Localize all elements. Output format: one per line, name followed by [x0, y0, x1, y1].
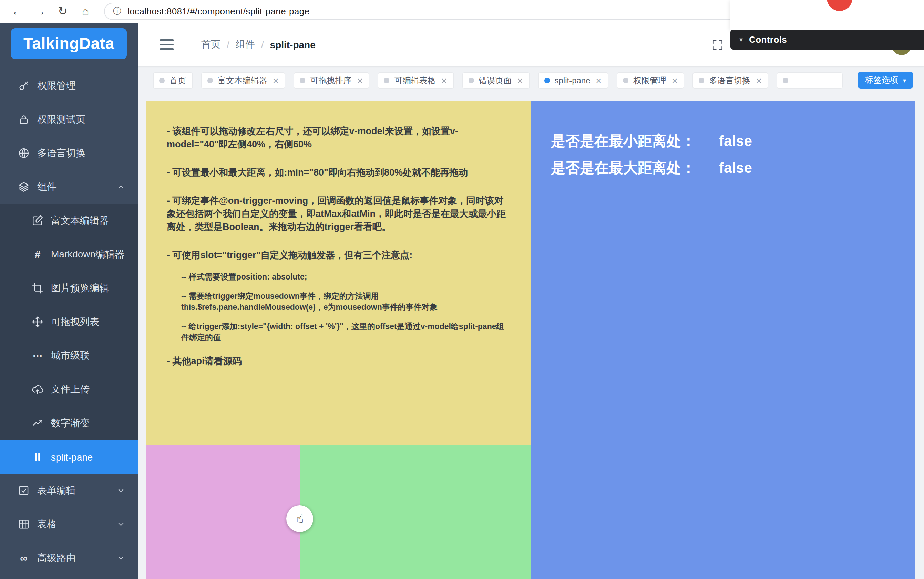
menu-toggle-icon[interactable]	[160, 39, 174, 50]
tag-dot-icon	[300, 78, 305, 83]
sidebar-item-label: split-pane	[51, 451, 93, 462]
forward-icon[interactable]: →	[31, 5, 49, 18]
infinity-icon: ∞	[18, 552, 30, 564]
close-icon[interactable]: ×	[756, 76, 762, 85]
close-icon[interactable]: ×	[441, 76, 447, 85]
status-line-max: 是否是在最大距离处： false	[551, 154, 901, 181]
split-pane-demo: - 该组件可以拖动修改左右尺寸，还可以绑定v-model来设置，如设置v-mod…	[146, 101, 915, 579]
tags-row: 首页 富文本编辑器 × 可拖拽排序 × 可编辑表格	[153, 72, 864, 89]
tag-label: 可拖拽排序	[310, 75, 351, 87]
breadcrumb: 首页 / 组件 / split-pane	[201, 39, 315, 51]
close-icon[interactable]: ×	[357, 76, 363, 85]
tag-partial[interactable]	[777, 72, 843, 89]
status-value: false	[719, 154, 752, 181]
globe-icon	[18, 147, 30, 159]
tag-label: 多语言切换	[709, 75, 750, 87]
sidebar-item-image-preview-edit[interactable]: 图片预览编辑	[0, 271, 138, 305]
tag-rich-text-editor[interactable]: 富文本编辑器 ×	[201, 72, 285, 89]
sidebar-item-label: Markdown编辑器	[51, 248, 125, 260]
tag-options-label: 标签选项	[865, 74, 898, 86]
tag-error-page[interactable]: 错误页面 ×	[462, 72, 530, 89]
tag-language-switch[interactable]: 多语言切换 ×	[693, 72, 768, 89]
sidebar-item-language-switch[interactable]: 多语言切换	[0, 136, 138, 170]
status-line-min: 是否是在最小距离处： false	[551, 128, 901, 154]
controls-bar[interactable]: ▾ Controls	[730, 29, 924, 49]
tag-home[interactable]: 首页	[153, 72, 193, 89]
site-info-icon[interactable]: ⓘ	[113, 5, 121, 17]
sidebar-item-file-upload[interactable]: 文件上传	[0, 373, 138, 406]
tag-dot-icon	[783, 78, 789, 83]
sidebar-group-label: 表单编辑	[37, 484, 76, 497]
tag-label: 错误页面	[479, 75, 512, 87]
nested-pane-right	[300, 445, 531, 579]
sidebar-item-markdown-editor[interactable]: # Markdown编辑器	[0, 237, 138, 271]
sidebar-item-draggable-list[interactable]: 可拖拽列表	[0, 305, 138, 339]
tag-options-button[interactable]: 标签选项 ▾	[858, 72, 913, 89]
sidebar-item-label: 权限测试页	[37, 113, 85, 126]
chevron-up-icon	[117, 182, 125, 191]
sidebar-item-label: 富文本编辑器	[51, 214, 109, 227]
cloud-upload-icon	[32, 383, 43, 395]
sidebar-item-split-pane[interactable]: split-pane	[0, 440, 138, 474]
record-button-icon[interactable]	[827, 0, 852, 11]
tag-permission-management[interactable]: 权限管理 ×	[617, 72, 684, 89]
note-paragraph: - 可使用slot="trigger"自定义拖动触发器，但有三个注意点:	[167, 249, 510, 262]
home-icon[interactable]: ⌂	[77, 5, 94, 18]
sidebar-item-label: 图片预览编辑	[51, 282, 109, 294]
app-logo[interactable]: TalkingData	[11, 28, 127, 59]
sidebar-group-advanced-router[interactable]: ∞ 高级路由	[0, 541, 138, 575]
breadcrumb-section[interactable]: 组件	[236, 39, 255, 51]
components-submenu: 富文本编辑器 # Markdown编辑器 图片预览编辑 可拖拽列表	[0, 204, 138, 474]
main-column: 首页 / 组件 / split-pane 首页	[138, 23, 924, 579]
tag-dot-icon	[159, 78, 165, 83]
refresh-icon[interactable]: ↻	[54, 4, 72, 19]
tag-label: 首页	[169, 75, 186, 87]
sidebar-item-rich-text-editor[interactable]: 富文本编辑器	[0, 204, 138, 237]
sidebar-item-label: 数字渐变	[51, 417, 90, 429]
sidebar-group-form-edit[interactable]: 表单编辑	[0, 474, 138, 507]
close-icon[interactable]: ×	[273, 76, 278, 85]
tag-dot-icon	[384, 78, 390, 83]
tag-label: 权限管理	[633, 75, 666, 87]
sidebar-item-label: 可拖拽列表	[51, 316, 99, 328]
breadcrumb-current: split-pane	[270, 39, 315, 50]
url-text[interactable]: localhost:8081/#/component/split-pane-pa…	[128, 6, 310, 16]
chevron-down-icon	[117, 553, 125, 563]
sidebar-item-number-gradient[interactable]: 数字渐变	[0, 406, 138, 440]
sidebar-item-label: 多语言切换	[37, 147, 85, 159]
app-window: TalkingData 权限管理 权限测试页 多语言切换 组件	[0, 23, 924, 579]
address-bar[interactable]: ⓘ localhost:8081/#/component/split-pane-…	[104, 3, 745, 20]
tag-editable-table[interactable]: 可编辑表格 ×	[378, 72, 454, 89]
breadcrumb-separator: /	[227, 39, 230, 50]
tag-dot-icon	[468, 78, 474, 83]
sidebar-item-permission-test[interactable]: 权限测试页	[0, 103, 138, 136]
controls-label: Controls	[749, 34, 787, 45]
logo-wrap: TalkingData	[0, 23, 138, 59]
sidebar-group-label: 组件	[37, 181, 56, 193]
back-icon[interactable]: ←	[8, 5, 26, 18]
sidebar-item-permission-management[interactable]: 权限管理	[0, 69, 138, 103]
close-icon[interactable]: ×	[672, 76, 677, 85]
close-icon[interactable]: ×	[596, 76, 602, 85]
tag-draggable-sort[interactable]: 可拖拽排序 ×	[294, 72, 369, 89]
sidebar-menu: 权限管理 权限测试页 多语言切换 组件	[0, 69, 138, 575]
breadcrumb-home[interactable]: 首页	[201, 39, 220, 51]
chevron-down-icon	[117, 520, 125, 529]
note-sub-item: -- 给trigger添加:style="{width: offset + '%…	[181, 321, 510, 343]
sidebar-group-table[interactable]: 表格	[0, 507, 138, 541]
sidebar-item-city-cascade[interactable]: … 城市级联	[0, 339, 138, 373]
fullscreen-icon[interactable]	[711, 38, 724, 51]
note-sub-item: -- 样式需要设置position: absolute;	[181, 271, 510, 282]
layers-icon	[18, 181, 30, 193]
status-label: 是否是在最大距离处：	[551, 154, 696, 181]
hand-pointer-icon: ☝	[296, 512, 304, 526]
breadcrumb-separator: /	[261, 39, 264, 50]
checkbox-icon	[18, 485, 30, 496]
sidebar-group-components[interactable]: 组件	[0, 170, 138, 204]
split-drag-trigger[interactable]: ☝	[287, 505, 313, 532]
note-paragraph: - 其他api请看源码	[167, 355, 510, 368]
caret-down-icon: ▾	[739, 36, 743, 43]
close-icon[interactable]: ×	[517, 76, 523, 85]
tag-split-pane[interactable]: split-pane ×	[538, 72, 609, 89]
tag-label: 可编辑表格	[394, 75, 436, 87]
